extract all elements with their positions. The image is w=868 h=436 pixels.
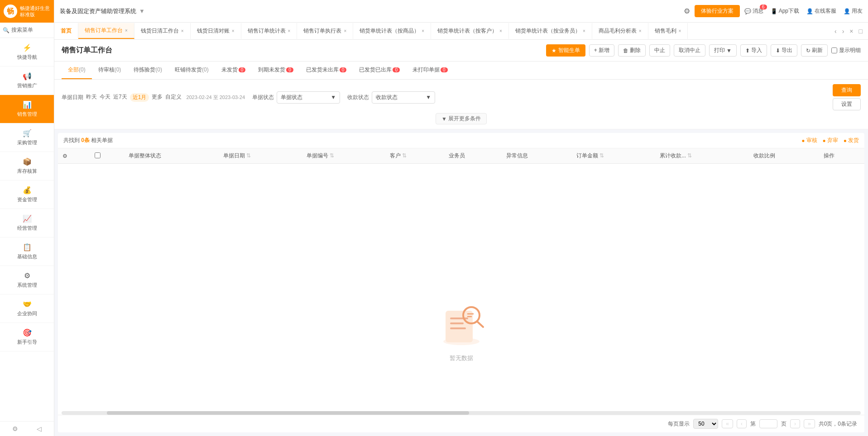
tab-cash-reconcile[interactable]: 钱货日清对账× — [191, 23, 241, 39]
tab-cash-daily[interactable]: 钱货日清工作台× — [134, 23, 191, 39]
print-btn[interactable]: 打印 ▼ — [709, 44, 737, 57]
tab-sales-misc[interactable]: 销售毛利× — [648, 23, 688, 39]
tab-home[interactable]: 首页 — [54, 23, 78, 39]
date-link-近7天[interactable]: 近7天 — [113, 93, 127, 102]
prev-page-btn[interactable]: ‹ — [737, 419, 747, 428]
table-action-abandon[interactable]: ●弃审 — [823, 137, 838, 144]
tab-prev-icon[interactable]: ‹ — [833, 27, 839, 36]
tab-close-sales-customer-stats[interactable]: × — [499, 28, 502, 33]
date-link-近1月[interactable]: 近1月 — [130, 93, 149, 102]
select-all-checkbox[interactable] — [95, 152, 101, 158]
th-date[interactable]: 单据日期⇅ — [219, 148, 302, 164]
page-input[interactable]: 1 — [759, 419, 777, 428]
sidebar-item-purchase[interactable]: 🛒采购管理 — [0, 123, 54, 152]
sub-tab-shipped-not-warehoused[interactable]: 已发货未出库0 — [300, 62, 353, 79]
tab-close-cash-daily[interactable]: × — [181, 28, 184, 33]
tab-sales-staff-stats[interactable]: 销货单统计表（按业务员）× — [509, 23, 592, 39]
tab-sales-customer-stats[interactable]: 销货单统计表（按客户）× — [431, 23, 509, 39]
sidebar-search[interactable]: 🔍 搜索菜单 — [0, 23, 54, 38]
date-link-自定义[interactable]: 自定义 — [165, 93, 182, 102]
sidebar-item-quick-nav[interactable]: ⚡快捷导航 — [0, 38, 54, 66]
tab-close-sales-workbench[interactable]: × — [125, 28, 128, 33]
tab-close-all-icon[interactable]: × — [848, 27, 855, 36]
sort-customer-icon[interactable]: ⇅ — [402, 152, 407, 159]
sort-amount-icon[interactable]: ⇅ — [599, 152, 604, 159]
tab-close-sales-misc[interactable]: × — [679, 28, 681, 33]
tab-sales-stats[interactable]: 销售订单统计表× — [241, 23, 297, 39]
message-action[interactable]: 💬 消息 6 — [744, 7, 763, 15]
sub-tab-not-printed[interactable]: 未打印单据0 — [406, 62, 454, 79]
status-select[interactable]: 单据状态 ▼ — [277, 91, 340, 104]
expand-conditions-btn[interactable]: ▼ 展开更多条件 — [436, 113, 487, 124]
tab-close-sales-staff-stats[interactable]: × — [583, 28, 585, 33]
sort-number-icon[interactable]: ⇅ — [330, 152, 334, 159]
add-btn[interactable]: + 新增 — [589, 44, 614, 57]
tab-sales-workbench[interactable]: 销售订单工作台× — [78, 23, 134, 39]
sub-tab-not-shipped[interactable]: 未发货0 — [215, 62, 252, 79]
cancel-stop-btn[interactable]: 取消中止 — [674, 44, 705, 57]
import-btn[interactable]: ⬆ 导入 — [740, 44, 767, 57]
tab-close-sales-stats[interactable]: × — [288, 28, 291, 33]
th-number[interactable]: 单据编号⇅ — [302, 148, 385, 164]
sidebar-item-inventory[interactable]: 📦库存核算 — [0, 152, 54, 180]
sub-tab-all[interactable]: 全部(0) — [62, 62, 92, 79]
query-btn[interactable]: 查询 — [833, 84, 861, 96]
scrollbar-thumb[interactable] — [107, 411, 469, 415]
th-collected[interactable]: 累计收款...⇅ — [655, 148, 749, 164]
tab-close-cash-reconcile[interactable]: × — [232, 28, 235, 33]
sub-tab-wangpu-pending[interactable]: 旺铺待发货(0) — [168, 62, 215, 79]
last-page-btn[interactable]: » — [804, 419, 815, 428]
tab-sales-exec[interactable]: 销售订单执行表× — [297, 23, 353, 39]
stop-btn[interactable]: 中止 — [649, 44, 670, 57]
tab-close-gross-margin[interactable]: × — [639, 28, 642, 33]
sidebar-item-guide[interactable]: 🎯新手引导 — [0, 323, 54, 351]
first-page-btn[interactable]: « — [722, 419, 733, 428]
sidebar-item-operations[interactable]: 📈经营管理 — [0, 209, 54, 237]
sidebar-item-finance[interactable]: 💰资金管理 — [0, 180, 54, 209]
tab-gross-margin[interactable]: 商品毛利分析表× — [592, 23, 648, 39]
table-action-ship[interactable]: ●发货 — [844, 137, 859, 144]
show-detail-input[interactable] — [831, 47, 837, 53]
online-service-action[interactable]: 👤 在线客服 — [806, 7, 836, 15]
refresh-btn[interactable]: ↻ 刷新 — [801, 44, 828, 57]
sub-tab-overdue-not-shipped[interactable]: 到期未发货0 — [252, 62, 300, 79]
sort-date-icon[interactable]: ⇅ — [246, 152, 251, 159]
tab-sales-product-stats[interactable]: 销货单统计表（按商品）× — [353, 23, 431, 39]
tab-close-sales-product-stats[interactable]: × — [422, 28, 424, 33]
system-dropdown-icon[interactable]: ▼ — [139, 8, 145, 14]
sort-collected-icon[interactable]: ⇅ — [687, 152, 692, 159]
export-btn[interactable]: ⬇ 导出 — [771, 44, 797, 57]
sidebar-item-sales[interactable]: 📊销售管理 — [0, 95, 54, 123]
column-settings-icon[interactable]: ⚙ — [62, 153, 67, 159]
sub-tab-shipped-warehoused[interactable]: 已发货已出库0 — [353, 62, 406, 79]
sidebar-item-system[interactable]: ⚙系统管理 — [0, 266, 54, 294]
user-action[interactable]: 👤 用友 — [844, 7, 863, 15]
table-scroll-container[interactable]: ⚙单据整体状态单据日期⇅单据编号⇅客户⇅业务员异常信息订单金额⇅累计收款...⇅… — [58, 148, 864, 253]
table-action-review[interactable]: ●审核 — [801, 137, 817, 144]
sidebar-item-marketing[interactable]: 📢营销推广 — [0, 66, 54, 95]
th-customer[interactable]: 客户⇅ — [385, 148, 444, 164]
sidebar-item-basic-info[interactable]: 📋基础信息 — [0, 237, 54, 266]
trial-btn[interactable]: 体验行业方案 — [695, 5, 740, 17]
sub-tab-pending-review[interactable]: 待审核(0) — [92, 62, 128, 79]
payment-select[interactable]: 收款状态 ▼ — [372, 91, 435, 104]
setting-btn[interactable]: 设置 — [833, 98, 861, 110]
date-link-更多[interactable]: 更多 — [152, 93, 163, 102]
collapse-icon[interactable]: ◁ — [37, 425, 42, 432]
smart-generate-btn[interactable]: ★ 智能生单 — [546, 44, 585, 57]
date-link-今天[interactable]: 今天 — [100, 93, 110, 102]
date-link-昨天[interactable]: 昨天 — [86, 93, 97, 102]
settings-gear-icon[interactable]: ⚙ — [12, 425, 18, 432]
horizontal-scrollbar[interactable] — [62, 411, 861, 415]
th-amount[interactable]: 订单金额⇅ — [572, 148, 655, 164]
tab-maximize-icon[interactable]: □ — [857, 27, 864, 36]
app-download-action[interactable]: 📱 App下载 — [771, 7, 799, 15]
tab-close-sales-exec[interactable]: × — [344, 28, 346, 33]
per-page-select[interactable]: 102050100 — [693, 419, 718, 429]
delete-btn[interactable]: 🗑 删除 — [618, 44, 646, 57]
sub-tab-pending-inspect[interactable]: 待拣验货(0) — [127, 62, 168, 79]
gear-settings-icon[interactable]: ⚙ — [684, 7, 690, 15]
next-page-btn[interactable]: › — [790, 419, 800, 428]
tab-next-icon[interactable]: › — [840, 27, 846, 36]
show-detail-checkbox[interactable]: 显示明细 — [831, 47, 861, 54]
